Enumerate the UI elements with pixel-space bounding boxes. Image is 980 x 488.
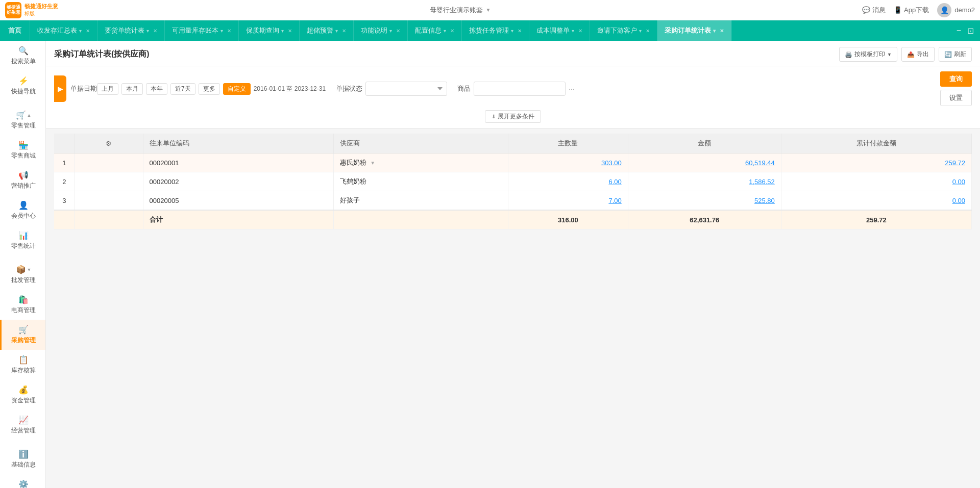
logo-icon-text: 畅捷通好生意 [7, 5, 20, 15]
row2-amount[interactable]: 1,586.52 [628, 172, 781, 191]
tab-yaohuo[interactable]: 要货单统计表 ▾ ✕ [97, 20, 165, 41]
col-amount: 金额 [628, 134, 781, 153]
tab-baozhi-label: 保质期查询 [246, 26, 279, 35]
tab-chengben[interactable]: 成本调整单 ▾ ✕ [529, 20, 590, 41]
nav-minimize-icon[interactable]: − [954, 24, 963, 37]
user-menu[interactable]: 👤 demo2 [937, 3, 975, 17]
app-download-button[interactable]: 📱 App下载 [894, 6, 929, 15]
tab-shoufahu[interactable]: 收发存汇总表 ▾ ✕ [30, 20, 97, 41]
refresh-button[interactable]: 🔄 刷新 [939, 47, 972, 62]
export-button[interactable]: 📤 导出 [901, 47, 935, 62]
filter-actions: 查询 设置 [940, 71, 972, 106]
col-supplier-label: 供应商 [340, 139, 360, 147]
tab-caigou[interactable]: 采购订单统计表 ▾ ✕ [657, 20, 731, 41]
row1-qty[interactable]: 303.00 [508, 153, 628, 172]
nav-maximize-icon[interactable]: ⊡ [965, 24, 976, 38]
tab-chaochu-close-icon[interactable]: ✕ [342, 28, 346, 34]
sidebar-item-batch[interactable]: 📦 ▼ 批发管理 [0, 260, 45, 290]
sidebar-item-purchase[interactable]: 🛒 采购管理 [0, 320, 45, 350]
tab-keyongliang-close-icon[interactable]: ✕ [227, 28, 231, 34]
date-this-month-button[interactable]: 本月 [121, 83, 143, 95]
sidebar-item-ecom[interactable]: 🛍️ 电商管理 [0, 290, 45, 320]
col-amount-label: 金额 [698, 139, 711, 147]
sidebar-item-search[interactable]: 🔍 搜索菜单 [0, 41, 45, 71]
row1-code: 00020001 [143, 153, 333, 172]
row3-amount[interactable]: 525.80 [628, 191, 781, 211]
tab-keyongliang[interactable]: 可用量库存账本 ▾ ✕ [165, 20, 239, 41]
tab-tuohuo-close-icon[interactable]: ✕ [518, 28, 522, 34]
row1-paid[interactable]: 259.72 [781, 153, 971, 172]
expand-conditions-button[interactable]: ⬇ 展开更多条件 [485, 110, 541, 123]
tab-baozhi-close-icon[interactable]: ✕ [288, 28, 292, 34]
sidebar-item-retail-shop[interactable]: 🏪 零售商城 [0, 135, 45, 165]
app-wrapper: 畅捷通好生意 畅捷通好生意 标版 母婴行业演示账套 ▼ 💬 消息 📱 App下载 [0, 0, 980, 488]
filter-toggle-button[interactable]: ▶ [54, 75, 66, 102]
tab-baozhi[interactable]: 保质期查询 ▾ ✕ [239, 20, 300, 41]
query-button[interactable]: 查询 [940, 71, 972, 87]
row2-settings [75, 172, 143, 191]
tab-chaochu[interactable]: 超储预警 ▾ ✕ [300, 20, 354, 41]
settings-button[interactable]: 设置 [940, 90, 972, 106]
row1-idx: 1 [54, 153, 75, 172]
date-7days-button[interactable]: 近7天 [170, 83, 195, 95]
col-settings[interactable]: ⚙ [75, 134, 143, 153]
sidebar-item-retail[interactable]: 🛒 ▲ 零售管理 [0, 105, 45, 135]
tab-chengben-close-icon[interactable]: ✕ [578, 28, 582, 34]
row3-qty[interactable]: 7.00 [508, 191, 628, 211]
message-button[interactable]: 💬 消息 [862, 6, 886, 15]
goods-filter: 商品 ··· [457, 82, 575, 96]
tab-caigou-close-icon[interactable]: ✕ [720, 28, 724, 34]
row1-settings [75, 153, 143, 172]
sidebar-item-marketing[interactable]: 📢 营销推广 [0, 165, 45, 195]
tab-yaohuo-close-icon[interactable]: ✕ [153, 28, 157, 34]
goods-more-icon[interactable]: ··· [569, 85, 575, 93]
sidebar-item-shortcut[interactable]: ⚡ 快捷导航 [0, 71, 45, 101]
tab-caigou-label: 采购订单统计表 [665, 26, 711, 35]
row1-supplier: 惠氏奶粉 ▼ [333, 153, 508, 172]
print-button[interactable]: 🖨️ 按模板打印 ▼ [839, 47, 897, 62]
tab-tuohuo[interactable]: 拣货任务管理 ▾ ✕ [462, 20, 529, 41]
status-select[interactable] [365, 82, 447, 96]
col-code-label: 往来单位编码 [150, 139, 189, 147]
date-custom-badge[interactable]: 自定义 [223, 83, 251, 95]
table-settings-icon[interactable]: ⚙ [106, 140, 112, 147]
sidebar-item-system[interactable]: ⚙️ 系统管理 [0, 474, 45, 488]
tab-yaoqing[interactable]: 邀请下游客户 ▾ ✕ [590, 20, 657, 41]
tab-gongneng[interactable]: 功能说明 ▾ ✕ [354, 20, 408, 41]
sidebar-item-member[interactable]: 👤 会员中心 [0, 195, 45, 225]
batch-icon: 📦 [16, 265, 26, 274]
data-table: ⚙ 往来单位编码 供应商 主数量 [54, 134, 972, 229]
tab-yaoqing-close-icon[interactable]: ✕ [646, 28, 650, 34]
workspace-selector[interactable]: 母婴行业演示账套 ▼ [430, 6, 491, 15]
goods-filter-label: 商品 [457, 84, 471, 93]
table-header: ⚙ 往来单位编码 供应商 主数量 [54, 134, 972, 153]
tab-peizhi-close-icon[interactable]: ✕ [450, 28, 454, 34]
date-last-month-button[interactable]: 上月 [97, 83, 118, 95]
row1-amount[interactable]: 60,519.44 [628, 153, 781, 172]
sidebar-item-retail-shop-label: 零售商城 [11, 151, 36, 160]
row2-qty[interactable]: 6.00 [508, 172, 628, 191]
row3-paid[interactable]: 0.00 [781, 191, 971, 211]
col-paid-label: 累计付款金额 [856, 139, 896, 147]
content-area: 采购订单统计表(按供应商) 🖨️ 按模板打印 ▼ 📤 导出 🔄 刷新 [46, 41, 980, 488]
row1-expand-icon[interactable]: ▼ [370, 160, 375, 166]
marketing-icon: 📢 [18, 170, 29, 180]
date-more-button[interactable]: 更多 [199, 83, 220, 95]
date-range-display: 2016-01-01 至 2023-12-31 [254, 85, 326, 93]
sidebar-item-retail-stats[interactable]: 📊 零售统计 [0, 225, 45, 255]
row2-paid[interactable]: 0.00 [781, 172, 971, 191]
tab-peizhi[interactable]: 配置信息 ▾ ✕ [408, 20, 462, 41]
ops-icon: 📈 [18, 415, 29, 425]
sidebar-item-finance[interactable]: 💰 资金管理 [0, 380, 45, 410]
tab-gongneng-close-icon[interactable]: ✕ [396, 28, 400, 34]
tab-shoufahu-close-icon[interactable]: ✕ [86, 28, 90, 34]
sidebar-item-ops[interactable]: 📈 经营管理 [0, 410, 45, 440]
col-qty-label: 主数量 [558, 139, 578, 147]
sidebar-item-basic[interactable]: ℹ️ 基础信息 [0, 444, 45, 474]
goods-input[interactable] [474, 82, 566, 96]
tab-home[interactable]: 首页 [0, 20, 30, 41]
date-this-year-button[interactable]: 本年 [146, 83, 167, 95]
sidebar-item-inventory[interactable]: 📋 库存核算 [0, 350, 45, 380]
footer-paid: 259.72 [781, 210, 971, 229]
row3-idx: 3 [54, 191, 75, 211]
